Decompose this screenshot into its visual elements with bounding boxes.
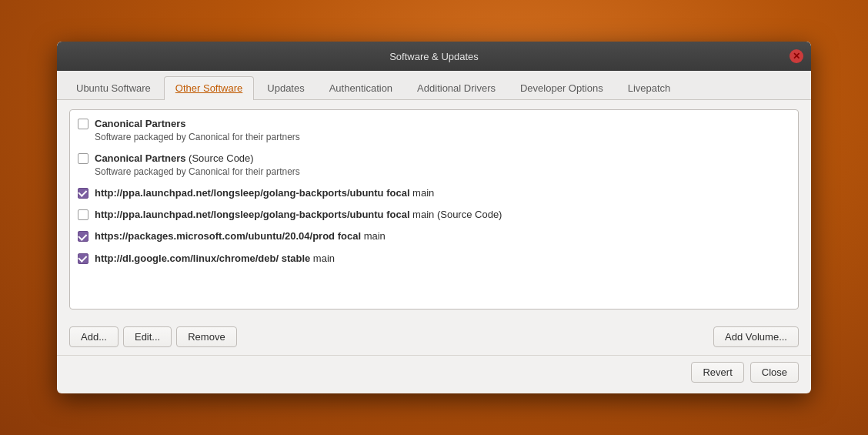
tab-updates[interactable]: Updates (255, 76, 315, 100)
ppa-golang-main-title: http://ppa.launchpad.net/longsleep/golan… (95, 187, 410, 199)
list-item[interactable]: http://ppa.launchpad.net/longsleep/golan… (70, 204, 798, 226)
ppa-golang-main-checkbox[interactable] (78, 188, 88, 199)
titlebar: Software & Updates ✕ (57, 42, 811, 71)
close-button[interactable]: Close (750, 362, 799, 383)
canonical-partners-source-checkbox[interactable] (78, 153, 88, 164)
software-sources-list: Canonical Partners Software packaged by … (69, 109, 799, 310)
add-volume-button[interactable]: Add Volume... (713, 326, 799, 347)
footer: Revert Close (57, 355, 811, 393)
edit-button[interactable]: Edit... (123, 326, 172, 347)
list-item[interactable]: http://dl.google.com/linux/chrome/deb/ s… (70, 248, 798, 269)
microsoft-packages-title: https://packages.microsoft.com/ubuntu/20… (95, 230, 361, 242)
dialog-title: Software & Updates (389, 51, 479, 62)
content-area: Canonical Partners Software packaged by … (57, 100, 811, 319)
canonical-partners-subtitle: Software packaged by Canonical for their… (95, 131, 300, 144)
tab-other-software[interactable]: Other Software (164, 76, 254, 100)
canonical-partners-source-title: Canonical Partners (95, 152, 186, 164)
canonical-partners-checkbox[interactable] (78, 119, 88, 129)
action-buttons-row: Add... Edit... Remove Add Volume... (57, 319, 811, 355)
list-item[interactable]: https://packages.microsoft.com/ubuntu/20… (70, 226, 798, 247)
list-item[interactable]: Canonical Partners Software packaged by … (70, 113, 798, 148)
tab-ubuntu-software[interactable]: Ubuntu Software (65, 76, 162, 100)
ppa-golang-source-checkbox[interactable] (78, 209, 88, 220)
microsoft-packages-checkbox[interactable] (78, 231, 88, 242)
add-button[interactable]: Add... (69, 326, 119, 347)
google-chrome-checkbox[interactable] (78, 253, 88, 264)
ppa-golang-main-suffix: main (410, 187, 435, 199)
canonical-partners-source-subtitle: Software packaged by Canonical for their… (95, 166, 300, 179)
microsoft-packages-text: https://packages.microsoft.com/ubuntu/20… (95, 229, 386, 243)
ppa-golang-main-text: http://ppa.launchpad.net/longsleep/golan… (95, 186, 434, 200)
canonical-partners-title: Canonical Partners (95, 118, 186, 129)
remove-button[interactable]: Remove (176, 326, 236, 347)
tab-developer-options[interactable]: Developer Options (509, 76, 615, 100)
canonical-partners-source-text: Canonical Partners (Source Code) Softwar… (95, 152, 300, 179)
canonical-partners-text: Canonical Partners Software packaged by … (95, 117, 300, 144)
ppa-golang-source-title: http://ppa.launchpad.net/longsleep/golan… (95, 209, 410, 220)
tab-bar: Ubuntu Software Other Software Updates A… (57, 71, 811, 100)
list-item[interactable]: Canonical Partners (Source Code) Softwar… (70, 148, 798, 182)
tab-authentication[interactable]: Authentication (318, 76, 404, 100)
google-chrome-text: http://dl.google.com/linux/chrome/deb/ s… (95, 252, 335, 266)
canonical-partners-source-suffix: (Source Code) (186, 152, 254, 164)
google-chrome-title: http://dl.google.com/linux/chrome/deb/ s… (95, 253, 310, 264)
close-window-button[interactable]: ✕ (790, 49, 803, 63)
tab-additional-drivers[interactable]: Additional Drivers (406, 76, 507, 100)
list-item[interactable]: http://ppa.launchpad.net/longsleep/golan… (70, 182, 798, 204)
microsoft-packages-suffix: main (361, 230, 386, 242)
google-chrome-suffix: main (310, 253, 335, 264)
ppa-golang-source-suffix: main (Source Code) (410, 209, 502, 220)
ppa-golang-source-text: http://ppa.launchpad.net/longsleep/golan… (95, 208, 502, 222)
software-updates-dialog: Software & Updates ✕ Ubuntu Software Oth… (57, 42, 811, 393)
tab-livepatch[interactable]: Livepatch (616, 76, 683, 100)
revert-button[interactable]: Revert (691, 362, 743, 383)
